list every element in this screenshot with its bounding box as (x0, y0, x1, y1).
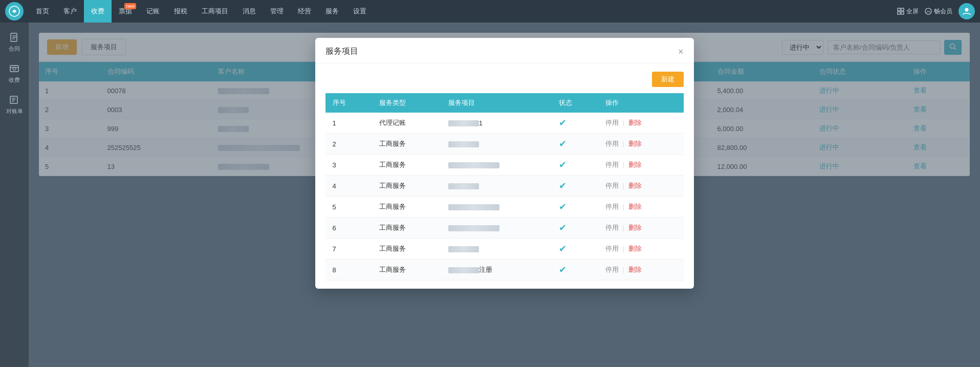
delete-button[interactable]: 删除 (628, 182, 642, 189)
modal-table-header-row: 序号 服务类型 服务项目 状态 操作 (325, 93, 684, 113)
modal-header: 服务项目 × (315, 38, 694, 63)
list-item: 7 工商服务 ✔ 停用 | 删除 (325, 239, 684, 260)
nav-item-bookkeeping[interactable]: 记账 (139, 0, 167, 23)
blurred-service-item (448, 162, 499, 168)
modal-col-header-status: 状态 (552, 93, 598, 113)
nav-item-bill[interactable]: 票据 new (112, 0, 139, 23)
modal-table-wrapper: 序号 服务类型 服务项目 状态 操作 1 代理记账 1 ✔ (325, 93, 684, 280)
nav-item-tax[interactable]: 报税 (167, 0, 194, 23)
status-check-icon: ✔ (559, 223, 567, 233)
nav-item-settings[interactable]: 设置 (346, 0, 374, 23)
top-nav-right: 全屏 畅会员 (897, 3, 975, 19)
sidebar-item-contract[interactable]: 合同 (2, 28, 27, 57)
modal-col-header-index: 序号 (325, 93, 372, 113)
app-logo (5, 2, 24, 20)
stop-button[interactable]: 停用 (605, 182, 619, 189)
user-avatar[interactable] (959, 3, 975, 19)
blurred-service-item (448, 204, 499, 210)
new-badge: new (124, 3, 136, 9)
modal-title: 服务项目 (325, 46, 358, 57)
list-item: 2 工商服务 ✔ 停用 | 删除 (325, 134, 684, 155)
nav-item-service[interactable]: 服务 (318, 0, 346, 23)
list-item: 3 工商服务 ✔ 停用 | 删除 (325, 155, 684, 176)
delete-button[interactable]: 删除 (628, 203, 642, 210)
blurred-service-item (448, 120, 479, 126)
svg-point-6 (965, 8, 969, 12)
list-item: 6 工商服务 ✔ 停用 | 删除 (325, 218, 684, 239)
status-check-icon: ✔ (559, 181, 567, 191)
modal-toolbar: 新建 (325, 72, 684, 87)
statement-icon (9, 94, 20, 105)
list-item: 8 工商服务 注册 ✔ 停用 | 删除 (325, 260, 684, 280)
status-check-icon: ✔ (559, 202, 567, 212)
stop-button[interactable]: 停用 (605, 161, 619, 168)
blurred-service-item (448, 183, 479, 189)
modal-body: 新建 序号 服务类型 服务项目 状态 操作 (315, 63, 694, 289)
nav-items: 首页 客户 收费 票据 new 记账 报税 工商项目 消息 管理 经营 服务 设… (29, 0, 374, 23)
delete-button[interactable]: 删除 (628, 119, 642, 126)
svg-rect-3 (898, 12, 900, 14)
blurred-service-item (448, 246, 479, 252)
list-item: 4 工商服务 ✔ 停用 | 删除 (325, 176, 684, 197)
svg-rect-4 (901, 12, 904, 14)
nav-item-messages[interactable]: 消息 (235, 0, 263, 23)
new-service-item-button[interactable]: 新建 (652, 72, 684, 87)
delete-button[interactable]: 删除 (628, 266, 642, 273)
sidebar-item-statement[interactable]: 对账单 (2, 90, 27, 119)
blurred-service-item (448, 267, 479, 273)
modal-col-header-service-type: 服务类型 (372, 93, 441, 113)
status-check-icon: ✔ (559, 265, 567, 275)
nav-item-business[interactable]: 工商项目 (194, 0, 235, 23)
delete-button[interactable]: 删除 (628, 224, 642, 231)
modal-close-button[interactable]: × (678, 47, 684, 56)
modal-col-header-action: 操作 (598, 93, 684, 113)
svg-rect-2 (901, 8, 904, 11)
service-items-modal: 服务项目 × 新建 序号 服务类型 服务项目 状态 操作 (315, 38, 694, 289)
stop-button[interactable]: 停用 (605, 266, 619, 273)
member-button[interactable]: 畅会员 (925, 7, 952, 16)
sidebar-item-fee[interactable]: 收费 (2, 59, 27, 88)
fee-icon (9, 63, 20, 74)
list-item: 1 代理记账 1 ✔ 停用 | 删除 (325, 113, 684, 134)
nav-item-manage[interactable]: 管理 (263, 0, 291, 23)
stop-button[interactable]: 停用 (605, 119, 619, 126)
modal-col-header-service-item: 服务项目 (441, 93, 552, 113)
fullscreen-button[interactable]: 全屏 (897, 7, 919, 16)
status-check-icon: ✔ (559, 139, 567, 149)
status-check-icon: ✔ (559, 160, 567, 170)
contract-icon (9, 32, 20, 43)
delete-button[interactable]: 删除 (628, 140, 642, 147)
stop-button[interactable]: 停用 (605, 140, 619, 147)
svg-rect-1 (898, 8, 900, 11)
status-check-icon: ✔ (559, 118, 567, 128)
stop-button[interactable]: 停用 (605, 224, 619, 231)
status-check-icon: ✔ (559, 244, 567, 254)
top-navigation: 首页 客户 收费 票据 new 记账 报税 工商项目 消息 管理 经营 服务 设… (0, 0, 980, 23)
svg-rect-11 (10, 66, 18, 72)
delete-button[interactable]: 删除 (628, 245, 642, 252)
nav-item-customer[interactable]: 客户 (56, 0, 84, 23)
delete-button[interactable]: 删除 (628, 161, 642, 168)
nav-item-fee[interactable]: 收费 (84, 0, 112, 23)
blurred-service-item (448, 141, 479, 147)
blurred-service-item (448, 225, 499, 231)
modal-overlay: 服务项目 × 新建 序号 服务类型 服务项目 状态 操作 (29, 23, 980, 367)
stop-button[interactable]: 停用 (605, 245, 619, 252)
list-item: 5 工商服务 ✔ 停用 | 删除 (325, 197, 684, 218)
stop-button[interactable]: 停用 (605, 203, 619, 210)
service-items-table: 序号 服务类型 服务项目 状态 操作 1 代理记账 1 ✔ (325, 93, 684, 280)
nav-item-home[interactable]: 首页 (29, 0, 56, 23)
nav-item-operation[interactable]: 经营 (291, 0, 318, 23)
left-sidebar: 合同 收费 对账单 (0, 23, 29, 367)
